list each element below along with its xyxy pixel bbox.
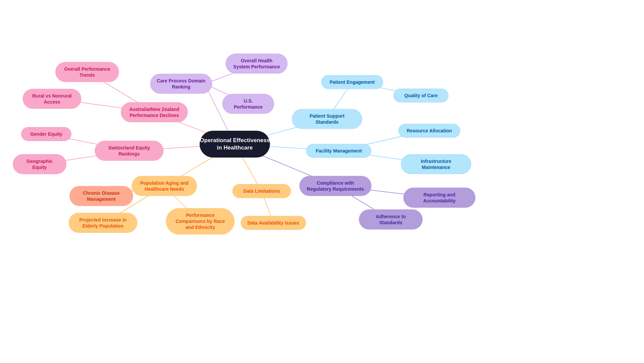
node-data-avail[interactable]: Data Availability Issues bbox=[241, 216, 306, 230]
node-reporting[interactable]: Reporting and Accountability bbox=[404, 188, 476, 208]
node-data-lim[interactable]: Data Limitations bbox=[232, 184, 291, 198]
node-perf-comp[interactable]: Performance Comparisons by Race and Ethn… bbox=[166, 208, 235, 235]
node-population-aging[interactable]: Population Aging and Healthcare Needs bbox=[132, 176, 197, 196]
node-projected[interactable]: Projected Increase in Elderly Population bbox=[69, 213, 138, 233]
node-aunz[interactable]: Australia/New Zealand Performance Declin… bbox=[121, 102, 188, 122]
node-overall-perf[interactable]: Overall Performance Trends bbox=[55, 62, 119, 82]
node-chronic[interactable]: Chronic Disease Management bbox=[69, 186, 133, 206]
node-gender[interactable]: Gender Equity bbox=[21, 127, 71, 141]
node-quality-care[interactable]: Quality of Care bbox=[393, 88, 449, 103]
node-geographic[interactable]: Geographic Equity bbox=[13, 154, 66, 174]
node-facility[interactable]: Facility Management bbox=[306, 144, 372, 158]
node-infrastructure[interactable]: Infrastructure Maintenance bbox=[401, 154, 471, 174]
node-us-perf[interactable]: U.S. Performance bbox=[222, 94, 274, 114]
center-node[interactable]: Operational Effectiveness in Healthcare bbox=[200, 131, 270, 158]
node-resource[interactable]: Resource Allocation bbox=[398, 124, 461, 138]
node-overall-health[interactable]: Overall Health System Performance bbox=[226, 54, 288, 74]
node-rural[interactable]: Rural vs Nonrural Access bbox=[23, 89, 82, 109]
node-adherence[interactable]: Adherence to Standards bbox=[359, 209, 423, 230]
node-patient-support[interactable]: Patient Support Standards bbox=[292, 109, 362, 129]
node-patient-engagement[interactable]: Patient Engagement bbox=[321, 75, 383, 89]
node-switzerland[interactable]: Switzerland Equity Rankings bbox=[95, 141, 164, 161]
node-care-process[interactable]: Care Process Domain Ranking bbox=[150, 74, 212, 94]
node-compliance[interactable]: Compliance with Regulatory Requirements bbox=[300, 176, 372, 196]
